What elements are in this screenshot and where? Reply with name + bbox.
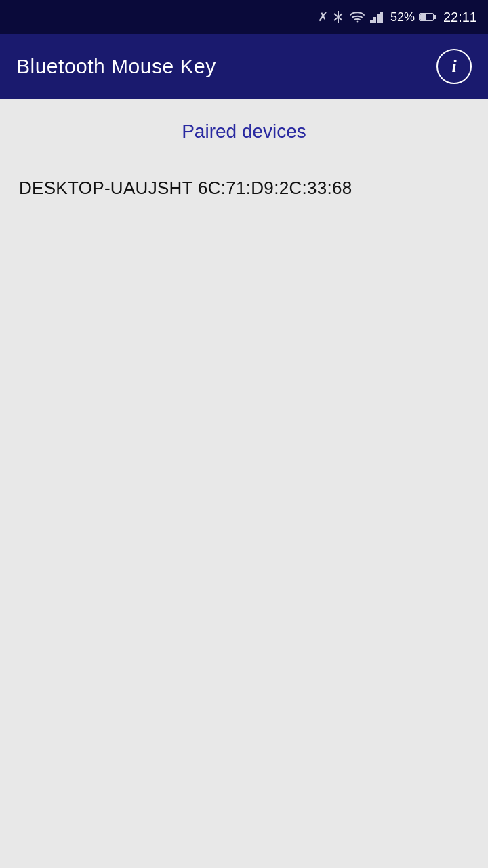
- list-item[interactable]: DESKTOP-UAUJSHT 6C:71:D9:2C:33:68: [0, 161, 488, 215]
- svg-rect-4: [380, 12, 383, 23]
- bluetooth-icon: ✗: [318, 9, 328, 24]
- battery-percent: 52%: [390, 10, 415, 24]
- svg-rect-1: [370, 20, 373, 23]
- svg-rect-2: [373, 17, 376, 23]
- status-bar: ✗ 52% 22:11: [0, 0, 488, 34]
- signal-icon: [370, 11, 385, 23]
- main-content: Paired devices DESKTOP-UAUJSHT 6C:71:D9:…: [0, 99, 488, 868]
- battery-icon: [419, 13, 436, 21]
- status-time: 22:11: [443, 9, 477, 25]
- device-list: DESKTOP-UAUJSHT 6C:71:D9:2C:33:68: [0, 161, 488, 215]
- status-icons: ✗ 52% 22:11: [318, 9, 477, 25]
- wifi-icon: [350, 11, 365, 23]
- device-name: DESKTOP-UAUJSHT 6C:71:D9:2C:33:68: [19, 178, 352, 198]
- info-icon: i: [451, 58, 456, 75]
- svg-rect-3: [377, 14, 380, 23]
- app-title: Bluetooth Mouse Key: [16, 55, 216, 78]
- app-bar: Bluetooth Mouse Key i: [0, 34, 488, 99]
- svg-point-0: [356, 21, 358, 23]
- section-title: Paired devices: [0, 121, 488, 142]
- bluetooth-icon: [332, 10, 344, 24]
- info-button[interactable]: i: [436, 49, 472, 84]
